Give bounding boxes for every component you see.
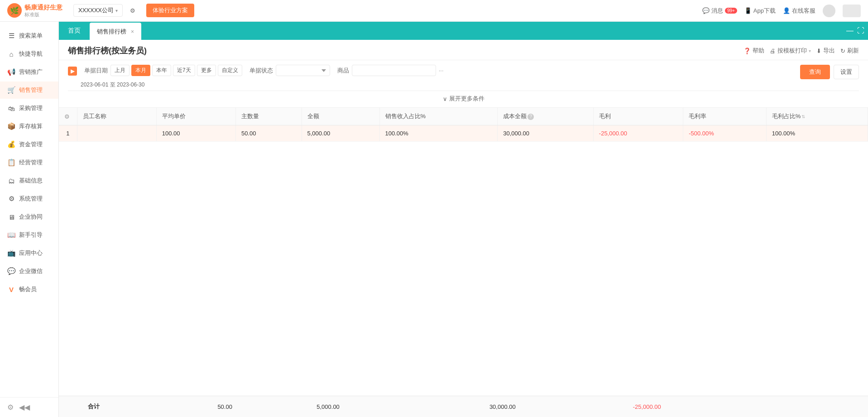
marketing-icon: 📢 bbox=[7, 68, 15, 76]
basics-icon: 🗂 bbox=[7, 177, 15, 185]
purchase-icon: 🛍 bbox=[7, 104, 15, 112]
tab-home[interactable]: 首页 bbox=[59, 22, 90, 40]
user-name-area[interactable] bbox=[843, 5, 861, 17]
app-download-action[interactable]: 📱 App下载 bbox=[744, 7, 776, 15]
footer-label: 合计 bbox=[82, 401, 170, 412]
sidebar-item-member[interactable]: V 畅会员 bbox=[0, 281, 58, 298]
goods-label: 商品 bbox=[337, 67, 349, 75]
setting-button[interactable]: 设置 bbox=[834, 65, 859, 79]
th-name: 员工名称 bbox=[77, 108, 156, 125]
tab-close-icon[interactable]: × bbox=[131, 29, 134, 35]
logo: 🌿 畅康通好生意 标准版 bbox=[7, 3, 62, 18]
online-service-action[interactable]: 👤 在线客服 bbox=[783, 7, 815, 15]
gear-icon: ⚙ bbox=[64, 113, 70, 120]
date-btn-more[interactable]: 更多 bbox=[197, 65, 216, 76]
help-label: 帮助 bbox=[753, 47, 764, 55]
export-icon: ⬇ bbox=[816, 48, 821, 54]
tab-minimize-icon[interactable]: — bbox=[846, 27, 854, 35]
more-options-icon[interactable]: ··· bbox=[439, 67, 444, 74]
sort-icon[interactable]: ⇅ bbox=[801, 114, 805, 119]
sidebar-item-wechat[interactable]: 💬 企业微信 bbox=[0, 263, 58, 280]
sidebar-item-management[interactable]: 📋 经营管理 bbox=[0, 154, 58, 171]
export-label: 导出 bbox=[823, 47, 835, 55]
expand-filters-btn[interactable]: ∨ 展开更多条件 bbox=[68, 91, 859, 103]
cost-info-icon[interactable]: ? bbox=[528, 114, 534, 120]
refresh-label: 刷新 bbox=[847, 47, 859, 55]
date-btn-custom[interactable]: 自定义 bbox=[218, 65, 242, 76]
status-select[interactable] bbox=[276, 65, 330, 76]
date-btn-7days[interactable]: 近7天 bbox=[173, 65, 195, 76]
appcenter-icon: 📺 bbox=[7, 249, 15, 257]
sidebar-item-finance[interactable]: 💰 资金管理 bbox=[0, 136, 58, 153]
cell-gross-pct: 100.00% bbox=[766, 125, 868, 142]
sidebar-item-search[interactable]: ☰ 搜索菜单 bbox=[0, 27, 58, 44]
date-btn-prev-month[interactable]: 上月 bbox=[110, 65, 129, 76]
home-icon: ⌂ bbox=[7, 50, 15, 58]
help-button[interactable]: ❓ 帮助 bbox=[743, 47, 764, 55]
topbar-settings-icon[interactable]: ⚙ bbox=[126, 4, 139, 17]
print-label: 按模板打印 bbox=[777, 47, 807, 55]
sidebar-label-search: 搜索菜单 bbox=[19, 32, 43, 40]
finance-icon: 💰 bbox=[7, 140, 15, 149]
sidebar-settings-icon[interactable]: ⚙ bbox=[7, 403, 14, 412]
th-gear[interactable]: ⚙ bbox=[59, 108, 77, 125]
company-selector[interactable]: XXXXXX公司 ▾ bbox=[73, 4, 123, 17]
sidebar-label-wechat: 企业微信 bbox=[19, 267, 43, 275]
refresh-button[interactable]: ↻ 刷新 bbox=[840, 47, 859, 55]
status-label: 单据状态 bbox=[249, 67, 273, 75]
sidebar-item-purchase[interactable]: 🛍 采购管理 bbox=[0, 100, 58, 117]
sidebar-item-quicknav[interactable]: ⌂ 快捷导航 bbox=[0, 45, 58, 62]
search-icon: ☰ bbox=[7, 32, 15, 40]
sidebar-label-system: 系统管理 bbox=[19, 195, 43, 203]
sidebar-item-appcenter[interactable]: 📺 应用中心 bbox=[0, 244, 58, 262]
sidebar-item-sales[interactable]: 🛒 销售管理 bbox=[0, 81, 58, 99]
date-filter: 单据日期 上月 本月 本年 近7天 更多 自定义 bbox=[84, 65, 242, 76]
avatar[interactable] bbox=[823, 5, 835, 17]
footer-cost: 30,000.00 bbox=[484, 401, 628, 412]
date-btn-cur-year[interactable]: 本年 bbox=[152, 65, 171, 76]
message-action[interactable]: 💬 消息 99+ bbox=[702, 7, 737, 15]
goods-input[interactable] bbox=[352, 65, 436, 76]
cell-avg-price: 100.00 bbox=[156, 125, 235, 142]
filter-arrow-icon: ▶ bbox=[68, 67, 77, 76]
tab-sales-label: 销售排行榜 bbox=[97, 28, 126, 36]
print-button[interactable]: 🖨 按模板打印 ▾ bbox=[770, 47, 811, 55]
expand-down-icon: ∨ bbox=[443, 96, 447, 102]
sidebar-label-appcenter: 应用中心 bbox=[19, 249, 43, 257]
footer-sales-pct bbox=[442, 401, 484, 412]
logo-icon: 🌿 bbox=[7, 3, 22, 18]
chevron-down-icon: ▾ bbox=[115, 8, 118, 13]
footer-amount: 5,000.00 bbox=[311, 401, 442, 412]
sidebar-collapse-icon[interactable]: ◀◀ bbox=[19, 403, 30, 412]
message-label: 消息 bbox=[711, 7, 723, 15]
refresh-icon: ↻ bbox=[840, 48, 845, 54]
tab-sales-ranking[interactable]: 销售排行榜 × bbox=[90, 23, 141, 41]
th-gross-pct: 毛利占比%⇅ bbox=[766, 108, 868, 125]
print-icon: 🖨 bbox=[770, 48, 776, 54]
sidebar-item-marketing[interactable]: 📢 营销推广 bbox=[0, 63, 58, 81]
sidebar-item-inventory[interactable]: 📦 库存核算 bbox=[0, 118, 58, 135]
sidebar-label-marketing: 营销推广 bbox=[19, 68, 43, 76]
table-row: 1100.0050.005,000.00100.00%30,000.00-25,… bbox=[59, 125, 868, 142]
query-button[interactable]: 查询 bbox=[800, 65, 830, 79]
sidebar-item-system[interactable]: ⚙ 系统管理 bbox=[0, 190, 58, 207]
sidebar-label-management: 经营管理 bbox=[19, 158, 43, 167]
date-range-display: 2023-06-01 至 2023-06-30 bbox=[81, 81, 144, 88]
th-gross: 毛利 bbox=[593, 108, 683, 125]
sidebar-item-basics[interactable]: 🗂 基础信息 bbox=[0, 172, 58, 189]
sidebar-label-member: 畅会员 bbox=[19, 285, 37, 293]
sidebar-item-enterprise[interactable]: 🖥 企业协同 bbox=[0, 208, 58, 225]
footer-qty: 50.00 bbox=[212, 401, 311, 412]
system-icon: ⚙ bbox=[7, 195, 15, 203]
tab-expand-icon[interactable]: ⛶ bbox=[857, 27, 864, 35]
filter-collapse-btn[interactable]: ▶ bbox=[68, 65, 77, 76]
trial-button[interactable]: 体验行业方案 bbox=[146, 4, 194, 17]
logo-subtitle: 标准版 bbox=[24, 11, 62, 18]
sidebar-label-purchase: 采购管理 bbox=[19, 104, 43, 112]
goods-filter: 商品 ··· bbox=[337, 65, 444, 76]
export-button[interactable]: ⬇ 导出 bbox=[816, 47, 835, 55]
sidebar-item-guide[interactable]: 📖 新手引导 bbox=[0, 226, 58, 244]
date-btn-cur-month[interactable]: 本月 bbox=[131, 65, 150, 76]
th-gross-rate: 毛利率 bbox=[683, 108, 767, 125]
management-icon: 📋 bbox=[7, 158, 15, 167]
